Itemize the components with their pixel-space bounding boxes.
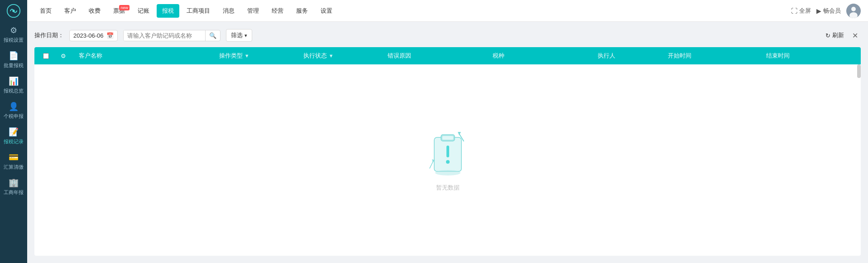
member-button[interactable]: ▶ 畅会员 [816,7,841,15]
nav-item-jizhang[interactable]: 记账 [132,4,155,18]
svg-line-13 [430,161,433,168]
svg-rect-8 [446,146,449,157]
sidebar-item-geshui-shenbao[interactable]: 👤 个税申报 [0,98,27,123]
sidebar-item-piliang-baoshui[interactable]: 📄 批量报税 [0,47,27,73]
fullscreen-label: 全屏 [799,7,811,15]
chevron-down-icon: ▾ [245,33,247,39]
nav-item-shouye[interactable]: 首页 [34,4,57,18]
sidebar-item-gongshang-nianbao[interactable]: 🏢 工商年报 [0,174,27,200]
refresh-label: 刷新 [832,31,844,39]
date-value: 2023-06-06 [73,32,104,39]
table-body: 暂无数据 [34,64,861,256]
svg-point-12 [435,170,460,175]
payment-icon: 💳 [9,152,19,162]
page-content: 操作日期： 2023-06-06 📅 🔍 筛选 ▾ ↻ 刷新 ✕ [27,22,868,263]
app-logo [0,0,27,22]
new-badge: new [119,5,129,11]
svg-rect-7 [442,136,453,140]
search-box: 🔍 [123,30,221,41]
th-kaishi-shijian: 开始时间 [664,47,762,64]
empty-state: 暂无数据 [416,119,480,201]
sidebar-item-label: 报税设置 [4,37,24,44]
nav-item-baoshui[interactable]: 报税 [157,4,179,18]
svg-point-1 [12,10,14,12]
nav-item-xiaoxi[interactable]: 消息 [217,4,240,18]
member-label: 畅会员 [823,7,841,15]
video-icon: ▶ [816,7,821,15]
main-area: 首页 客户 收费 票据 new 记账 报税 工商项目 消息 管理 经营 服务 设… [27,0,868,263]
th-zhixing-ren: 执行人 [594,47,664,64]
sidebar-item-label: 个税申报 [4,113,24,120]
sidebar-item-baoshui-zonglan[interactable]: 📊 报税总览 [0,73,27,98]
refresh-icon: ↻ [825,32,830,39]
th-kehu-mingcheng: 客户名称 [75,47,216,64]
user-avatar[interactable] [846,4,861,18]
record-icon: 📝 [9,127,19,137]
fullscreen-button[interactable]: ⛶ 全屏 [791,7,811,15]
sidebar-item-label: 汇算清缴 [4,164,24,170]
nav-item-shezhi[interactable]: 设置 [315,4,338,18]
th-jieshu-shijian: 结束时间 [762,47,861,64]
nav-item-kehu[interactable]: 客户 [59,4,82,18]
sidebar: ⚙ 报税设置 📄 批量报税 📊 报税总览 👤 个税申报 📝 报税记录 💳 汇算清… [0,0,27,263]
empty-illustration [425,128,470,178]
sidebar-item-baoshui-shezhi[interactable]: ⚙ 报税设置 [0,22,27,47]
date-picker[interactable]: 2023-06-06 📅 [69,30,118,41]
svg-marker-11 [458,132,461,135]
overview-icon: 📊 [9,76,19,86]
settings-col-icon: ⚙ [61,53,66,59]
nav-item-fuwu[interactable]: 服务 [291,4,313,18]
svg-point-3 [851,7,856,11]
search-button[interactable]: 🔍 [205,30,220,41]
select-all-checkbox[interactable] [43,53,49,59]
th-caozuo-leixing[interactable]: 操作类型 ▼ [216,47,300,64]
filter-label: 筛选 [231,31,243,39]
th-settings[interactable]: ⚙ [57,47,75,64]
calendar-icon: 📅 [106,32,114,39]
fullscreen-icon: ⛶ [791,7,797,15]
refresh-button[interactable]: ↻ 刷新 [825,31,844,39]
nav-item-jingying[interactable]: 经营 [266,4,289,18]
filter-icon: ▼ [245,53,249,58]
nav-item-guanli[interactable]: 管理 [242,4,264,18]
th-shuizhong: 税种 [489,47,594,64]
sidebar-item-huisuan-jiaona[interactable]: 💳 汇算清缴 [0,149,27,174]
filter-icon: ▼ [329,53,334,58]
person-icon: 👤 [9,102,19,112]
nav-item-shoufei[interactable]: 收费 [83,4,106,18]
sidebar-item-label: 工商年报 [4,189,24,196]
nav-item-gongshang-xiangmu[interactable]: 工商项目 [181,4,216,18]
topnav-right: ⛶ 全屏 ▶ 畅会员 [791,4,861,18]
svg-point-9 [446,160,450,164]
empty-text: 暂无数据 [436,184,460,192]
sidebar-item-label: 批量报税 [4,62,24,69]
toolbar: 操作日期： 2023-06-06 📅 🔍 筛选 ▾ ↻ 刷新 ✕ [34,29,861,42]
sidebar-item-label: 报税记录 [4,138,24,145]
nav-items: 首页 客户 收费 票据 new 记账 报税 工商项目 消息 管理 经营 服务 设… [34,4,791,18]
batch-icon: 📄 [9,51,19,61]
settings-icon: ⚙ [10,25,17,35]
table-header: ⚙ 客户名称 操作类型 ▼ 执行状态 ▼ 错误原因 税种 [34,47,861,64]
date-label: 操作日期： [34,31,64,39]
sidebar-item-label: 报税总览 [4,88,24,94]
th-zhixing-zhuangtai[interactable]: 执行状态 ▼ [300,47,384,64]
filter-button[interactable]: 筛选 ▾ [226,29,252,42]
search-input[interactable] [124,30,205,41]
top-navigation: 首页 客户 收费 票据 new 记账 报税 工商项目 消息 管理 经营 服务 设… [27,0,868,22]
th-cuowu-yuanyin: 错误原因 [384,47,489,64]
data-table: ⚙ 客户名称 操作类型 ▼ 执行状态 ▼ 错误原因 税种 [34,47,861,256]
sidebar-item-baoshui-jilu[interactable]: 📝 报税记录 [0,123,27,149]
nav-item-piaoju[interactable]: 票据 new [108,4,130,18]
close-button[interactable]: ✕ [849,30,861,41]
scrollbar-thumb[interactable] [857,64,861,78]
search-icon: 🔍 [209,32,216,39]
th-checkbox[interactable] [34,47,57,64]
annual-report-icon: 🏢 [9,178,19,188]
